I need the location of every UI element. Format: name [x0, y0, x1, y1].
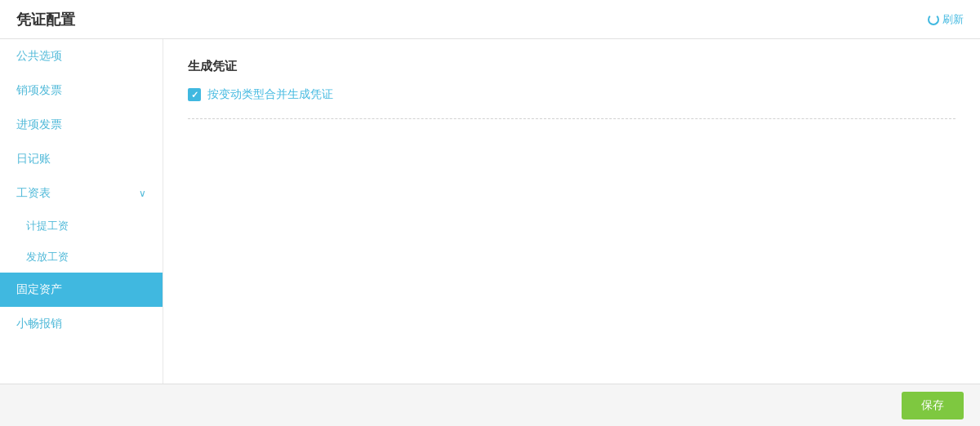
sidebar-item-label: 销项发票 — [16, 83, 62, 98]
sidebar-item-label: 发放工资 — [26, 251, 69, 263]
sidebar-item-public-options[interactable]: 公共选项 — [0, 39, 163, 73]
save-button[interactable]: 保存 — [902, 392, 964, 419]
main-content: 生成凭证 ✓ 按变动类型合并生成凭证 — [163, 39, 980, 384]
sidebar-item-journal[interactable]: 日记账 — [0, 142, 163, 176]
chevron-down-icon: ∨ — [139, 188, 146, 199]
sidebar-item-payroll-pay[interactable]: 发放工资 — [0, 242, 163, 273]
merge-voucher-label: 按变动类型合并生成凭证 — [207, 87, 333, 102]
sidebar-item-label: 日记账 — [16, 152, 51, 166]
sidebar-item-expense[interactable]: 小畅报销 — [0, 307, 163, 341]
section-title: 生成凭证 — [188, 59, 956, 74]
sidebar-item-label: 进项发票 — [16, 118, 62, 132]
sidebar-item-label: 公共选项 — [16, 49, 62, 64]
checkbox-row[interactable]: ✓ 按变动类型合并生成凭证 — [188, 87, 956, 102]
sidebar-item-label: 计提工资 — [26, 220, 69, 232]
merge-voucher-checkbox[interactable]: ✓ — [188, 88, 201, 101]
sidebar-item-sales-invoice[interactable]: 销项发票 — [0, 73, 163, 108]
refresh-button[interactable]: 刷新 — [928, 12, 964, 27]
sidebar-item-label: 小畅报销 — [16, 317, 62, 331]
refresh-label: 刷新 — [942, 12, 964, 27]
content-area: 公共选项 销项发票 进项发票 日记账 工资表 ∨ 计提工资 发放工资 固定资 — [0, 39, 980, 384]
sidebar-item-label: 工资表 — [16, 186, 51, 201]
sidebar: 公共选项 销项发票 进项发票 日记账 工资表 ∨ 计提工资 发放工资 固定资 — [0, 39, 163, 384]
checkmark-icon: ✓ — [191, 90, 198, 100]
footer: 保存 — [0, 384, 980, 426]
page-title: 凭证配置 — [16, 10, 75, 29]
sidebar-item-payroll[interactable]: 工资表 ∨ — [0, 176, 163, 211]
sidebar-item-purchase-invoice[interactable]: 进项发票 — [0, 108, 163, 142]
sidebar-item-payroll-calc[interactable]: 计提工资 — [0, 211, 163, 242]
header: 凭证配置 刷新 — [0, 0, 980, 39]
sidebar-item-label: 固定资产 — [16, 282, 62, 297]
section-divider — [188, 118, 956, 119]
refresh-icon — [928, 14, 939, 25]
sidebar-item-fixed-assets[interactable]: 固定资产 — [0, 273, 163, 307]
